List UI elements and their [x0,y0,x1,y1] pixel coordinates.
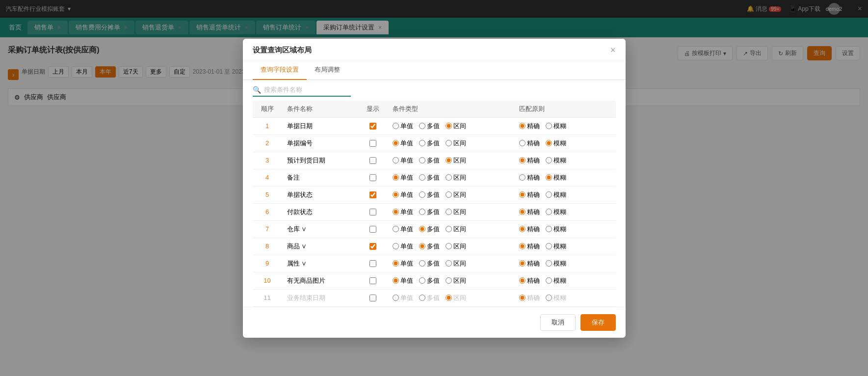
match-radio-item[interactable]: 模糊 [546,139,566,148]
row-condition-name: 付款状态 [282,203,358,220]
cancel-button[interactable]: 取消 [540,314,576,331]
row-display-cell [358,117,388,134]
row-match-cell: 精确模糊 [514,238,616,255]
type-radio-item[interactable]: 单值 [393,225,413,234]
type-radio-item[interactable]: 区间 [446,156,466,165]
type-radio-item[interactable]: 多值 [419,139,440,148]
display-checkbox[interactable] [369,140,376,147]
type-radio-item[interactable]: 单值 [393,173,413,182]
type-radio-item[interactable]: 多值 [419,225,440,234]
col-seq-header: 顺序 [253,101,282,118]
display-checkbox[interactable] [369,243,376,250]
type-radio-item[interactable]: 多值 [419,122,440,131]
table-row: 4备注单值多值区间精确模糊 [253,169,616,186]
display-checkbox[interactable] [369,191,376,198]
type-radio-item[interactable]: 单值 [393,259,413,268]
match-radio-item[interactable]: 精确 [519,259,540,268]
type-radio-item[interactable]: 单值 [393,208,413,216]
type-radio-item[interactable]: 多值 [419,190,440,199]
save-button[interactable]: 保存 [580,314,616,331]
match-radio-item[interactable]: 精确 [519,139,540,148]
display-checkbox[interactable] [369,174,376,181]
match-radio-item[interactable]: 模糊 [546,276,566,285]
type-radio-item[interactable]: 区间 [446,276,466,285]
type-radio-item[interactable]: 区间 [446,242,466,251]
type-radio-item[interactable]: 区间 [446,190,466,199]
dialog-close-btn[interactable]: × [610,46,616,54]
type-radio-item[interactable]: 单值 [393,122,413,131]
overlay: 设置查询区域布局 × 查询字段设置 布局调整 🔍 顺序 [0,0,868,376]
match-radio-item[interactable]: 模糊 [546,122,566,131]
type-radio-item[interactable]: 多值 [419,208,440,216]
display-checkbox[interactable] [369,260,376,267]
match-radio-item[interactable]: 模糊 [546,294,566,302]
type-radio-item[interactable]: 单值 [393,242,413,251]
display-checkbox[interactable] [369,209,376,215]
match-radio-item[interactable]: 模糊 [546,242,566,251]
row-condition-name: 单据状态 [282,186,358,203]
type-radio-item[interactable]: 区间 [446,259,466,268]
match-radio-item[interactable]: 模糊 [546,190,566,199]
match-radio-item[interactable]: 精确 [519,225,540,234]
table-row: 1单据日期单值多值区间精确模糊 [253,117,616,134]
dialog-title: 设置查询区域布局 [253,46,312,55]
row-seq: 3 [253,152,282,169]
type-radio-item[interactable]: 区间 [446,122,466,131]
display-checkbox[interactable] [369,277,376,284]
row-display-cell [358,169,388,186]
display-checkbox[interactable] [369,123,376,130]
match-radio-item[interactable]: 精确 [519,173,540,182]
row-display-cell [358,203,388,220]
match-radio-item[interactable]: 模糊 [546,173,566,182]
row-type-cell: 单值多值区间 [388,203,514,220]
match-radio-item[interactable]: 模糊 [546,156,566,165]
row-display-cell [358,238,388,255]
row-seq: 7 [253,220,282,238]
type-radio-item[interactable]: 多值 [419,276,440,285]
row-display-cell [358,186,388,203]
table-row: 7仓库 ∨单值多值区间精确模糊 [253,220,616,238]
match-radio-item[interactable]: 精确 [519,208,540,216]
row-seq: 8 [253,238,282,255]
row-type-cell: 单值多值区间 [388,289,514,306]
type-radio-item[interactable]: 多值 [419,156,440,165]
match-radio-item[interactable]: 精确 [519,242,540,251]
type-radio-item[interactable]: 单值 [393,294,413,302]
match-radio-item[interactable]: 精确 [519,294,540,302]
type-radio-item[interactable]: 单值 [393,276,413,285]
row-seq: 1 [253,117,282,134]
type-radio-item[interactable]: 多值 [419,259,440,268]
match-radio-item[interactable]: 精确 [519,276,540,285]
type-radio-item[interactable]: 区间 [446,139,466,148]
dialog-tab-query-fields[interactable]: 查询字段设置 [253,60,307,80]
type-radio-item[interactable]: 多值 [419,294,440,302]
display-checkbox[interactable] [369,295,376,301]
match-radio-item[interactable]: 精确 [519,190,540,199]
dialog-tabs: 查询字段设置 布局调整 [243,60,626,80]
col-match-header: 匹配原则 [514,101,616,118]
type-radio-item[interactable]: 单值 [393,156,413,165]
dialog-tab-layout[interactable]: 布局调整 [307,60,348,80]
dialog-table: 顺序 条件名称 显示 条件类型 匹配原则 1单据日期单值多值区间精确模糊2单据编… [253,101,616,307]
type-radio-item[interactable]: 多值 [419,173,440,182]
match-radio-item[interactable]: 模糊 [546,225,566,234]
display-checkbox[interactable] [369,226,376,233]
match-radio-item[interactable]: 模糊 [546,208,566,216]
row-type-cell: 单值多值区间 [388,220,514,238]
type-radio-item[interactable]: 区间 [446,225,466,234]
match-radio-item[interactable]: 精确 [519,122,540,131]
search-input[interactable] [264,86,347,93]
type-radio-item[interactable]: 单值 [393,190,413,199]
display-checkbox[interactable] [369,157,376,164]
row-seq: 10 [253,272,282,289]
type-radio-item[interactable]: 单值 [393,139,413,148]
row-condition-name: 仓库 ∨ [282,220,358,238]
row-match-cell: 精确模糊 [514,186,616,203]
type-radio-item[interactable]: 区间 [446,208,466,216]
type-radio-item[interactable]: 多值 [419,242,440,251]
type-radio-item[interactable]: 区间 [446,294,466,302]
row-match-cell: 精确模糊 [514,203,616,220]
type-radio-item[interactable]: 区间 [446,173,466,182]
match-radio-item[interactable]: 精确 [519,156,540,165]
match-radio-item[interactable]: 模糊 [546,259,566,268]
